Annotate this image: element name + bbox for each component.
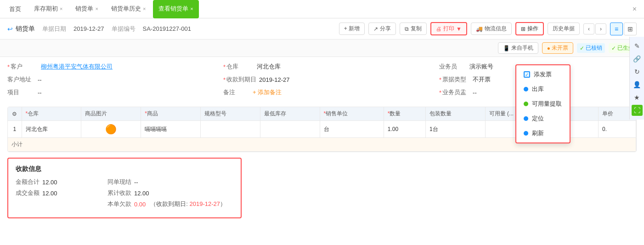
ops-add-invoice[interactable]: ✓ 添发票	[516, 67, 570, 82]
from-phone-label: 来自手机	[511, 44, 533, 52]
tab-sales-history[interactable]: 销货单历史 ×	[106, 0, 151, 18]
copy-icon: ⧉	[405, 26, 409, 32]
row-min-stock	[260, 121, 320, 138]
sidebar-expand-icon[interactable]: ⛶	[632, 105, 643, 116]
ops-locate[interactable]: 定位	[516, 111, 570, 126]
employee-label: 业务员	[439, 63, 467, 71]
from-phone-button[interactable]: 📱 来自手机	[498, 42, 538, 54]
transaction-label: 成交金额	[16, 189, 40, 197]
col-settings[interactable]: ⚙	[8, 107, 22, 121]
locate-label: 定位	[532, 114, 544, 123]
list-view-button[interactable]: ≡	[610, 23, 623, 35]
logistics-button[interactable]: 🚚 物流信息	[471, 23, 512, 35]
new-button[interactable]: + 新增	[339, 23, 365, 35]
payment-row-3: 本单欠款 0.00 （收款到期日: 2019-12-27）	[16, 200, 233, 208]
col-qty[interactable]: *数量	[384, 107, 425, 121]
payment-row-1: 金额合计 12.00 同单现结 --	[16, 178, 233, 186]
tab-view-sales-label: 查看销货单	[158, 5, 188, 13]
close-all-tabs[interactable]: ×	[629, 5, 640, 13]
grid-view-button[interactable]: ⊞	[624, 23, 637, 35]
payment-date-value: 2019-12-27	[256, 76, 293, 83]
arrears-label: 本单欠款	[107, 200, 131, 208]
out-storage-label: 出库	[532, 85, 544, 93]
sidebar-edit-icon[interactable]: ✎	[632, 40, 643, 51]
refresh-label: 刷新	[532, 129, 544, 137]
project-label: 项目	[7, 88, 35, 97]
customer-value[interactable]: 柳州粤港平安气体有限公司	[38, 63, 115, 71]
col-min-stock: 最低库存	[260, 107, 320, 121]
col-product[interactable]: *商品	[141, 107, 201, 121]
doc-header: ↩ 销货单 单据日期 2019-12-27 单据编号 SA-20191227-0…	[0, 18, 644, 40]
same-order-value: --	[134, 179, 138, 186]
add-invoice-checkbox: ✓	[524, 71, 530, 78]
tab-inventory-init-close[interactable]: ×	[60, 6, 62, 11]
cumulative-label: 累计收款	[107, 189, 131, 197]
tab-sales-history-close[interactable]: ×	[143, 6, 146, 11]
operations-icon: ⊞	[521, 26, 525, 32]
doc-type-icon: ↩	[7, 25, 13, 33]
number-value: SA-20191227-001	[143, 25, 192, 32]
ops-can-pickup[interactable]: 可用量提取	[516, 97, 570, 111]
add-note-button[interactable]: + 添加备注	[251, 88, 283, 97]
sidebar-rotate-icon[interactable]: ↻	[632, 66, 643, 77]
address-field: 客户地址 --	[7, 75, 205, 84]
history-button[interactable]: 历史单据	[548, 23, 580, 35]
view-icons: ≡ ⊞	[610, 23, 637, 35]
row-qty: 1.00	[384, 121, 425, 138]
copy-label: 复制	[411, 25, 422, 33]
ops-out-storage[interactable]: 出库	[516, 82, 570, 97]
operations-button[interactable]: ⊞ 操作	[515, 22, 544, 35]
col-pack-qty: 包装数量	[425, 107, 485, 121]
payment-date-label: 收款到期日	[226, 75, 256, 84]
customer-required-star: *	[7, 63, 10, 70]
same-order-label: 同单现结	[107, 178, 131, 186]
tab-sales-order[interactable]: 销货单 ×	[70, 0, 103, 18]
operations-label: 操作	[527, 25, 538, 33]
total-value: 12.00	[42, 179, 57, 186]
cumulative-field: 累计收款 12.00	[107, 189, 199, 197]
col-unit[interactable]: *销售单位	[320, 107, 384, 121]
tab-inventory-init-label: 库存期初	[34, 5, 58, 13]
tab-view-sales[interactable]: 查看销货单 ×	[153, 0, 198, 18]
tab-sales-order-close[interactable]: ×	[95, 6, 98, 11]
tab-inventory-init[interactable]: 库存期初 ×	[28, 0, 68, 18]
second-toolbar: 📱 来自手机 ● 未开票 ✓ 已核销 ✓ 已生效	[0, 40, 644, 57]
row-unit-price: 0.	[599, 121, 636, 138]
not-opened-button[interactable]: ● 未开票	[542, 42, 573, 54]
sidebar-link-icon[interactable]: 🔗	[632, 53, 643, 64]
tab-sales-order-label: 销货单	[75, 5, 93, 13]
transaction-value: 12.00	[42, 190, 57, 197]
transaction-field: 成交金额 12.00	[16, 189, 107, 197]
tab-bar: 首页 库存期初 × 销货单 × 销货单历史 × 查看销货单 × ×	[0, 0, 644, 18]
customer-label: 客户	[11, 63, 38, 71]
sidebar-star-icon[interactable]: ★	[632, 92, 643, 103]
row-image: 🟠	[81, 121, 141, 138]
checked-tag: ✓ 已核销	[577, 43, 605, 53]
cumulative-value: 12.00	[134, 190, 149, 197]
copy-button[interactable]: ⧉ 复制	[400, 23, 427, 35]
arrears-value: 0.00	[134, 201, 146, 208]
row-index: 1	[8, 121, 22, 138]
out-storage-dot	[524, 87, 528, 91]
can-pickup-label: 可用量提取	[532, 100, 562, 108]
nav-next[interactable]: ›	[595, 23, 606, 34]
print-button[interactable]: 🖨 打印 ▼	[430, 22, 467, 35]
doc-meta: 单据日期 2019-12-27 单据编号 SA-20191227-001	[42, 25, 191, 33]
col-warehouse[interactable]: *仓库	[22, 107, 81, 121]
tab-view-sales-close[interactable]: ×	[190, 6, 193, 11]
can-pickup-dot	[524, 102, 528, 106]
sales-employee-required-star: *	[439, 89, 441, 96]
row-warehouse: 河北仓库	[22, 121, 81, 138]
payment-info-box: 收款信息 金额合计 12.00 同单现结 -- 成交金额 12.00 累计收款	[7, 158, 242, 218]
tab-home[interactable]: 首页	[4, 2, 27, 16]
sidebar-user-icon[interactable]: 👤	[632, 79, 643, 90]
ops-refresh[interactable]: 刷新	[516, 126, 570, 141]
logistics-icon: 🚚	[476, 26, 483, 32]
col-spec: 规格型号	[200, 107, 260, 121]
nav-prev[interactable]: ‹	[583, 23, 594, 34]
sales-employee-value: --	[470, 89, 480, 96]
share-button[interactable]: ↗ 分享	[368, 23, 396, 35]
arrears-field: 本单欠款 0.00 （收款到期日: 2019-12-27）	[107, 200, 226, 208]
warehouse-required-star: *	[223, 63, 226, 70]
ticket-type-required-star: *	[439, 76, 441, 83]
